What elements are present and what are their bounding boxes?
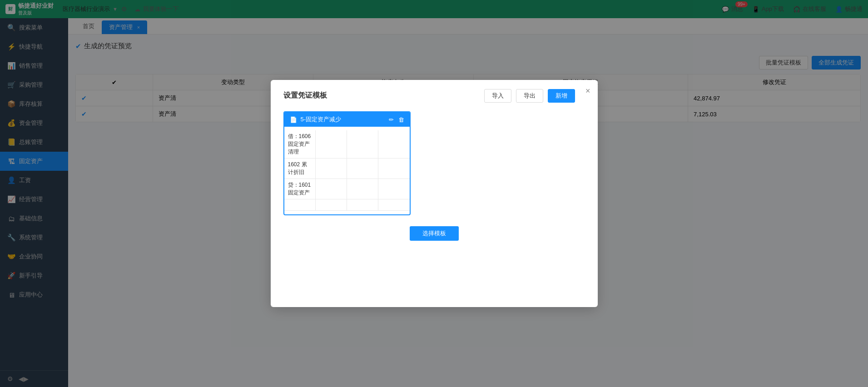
template-row-3 bbox=[284, 199, 410, 211]
import-btn[interactable]: 导入 bbox=[484, 89, 511, 103]
template-name: 5-固定资产减少 bbox=[301, 115, 342, 124]
template-cell-1-col2 bbox=[316, 159, 347, 179]
export-btn[interactable]: 导出 bbox=[516, 89, 543, 103]
template-header-icons: ✏ 🗑 bbox=[389, 116, 404, 123]
template-header: 📄 5-固定资产减少 ✏ 🗑 bbox=[284, 112, 410, 127]
template-cell-2-col4 bbox=[378, 179, 410, 199]
template-cell-1-col1: 1602 累计折旧 bbox=[284, 159, 316, 179]
template-delete-icon[interactable]: 🗑 bbox=[398, 116, 404, 123]
template-cell-2-col1: 贷：1601 固定资产 bbox=[284, 179, 316, 199]
settings-modal: 设置凭证模板 × 导入 导出 新增 📄 5-固定资产减少 ✏ 🗑 借：1606 … bbox=[271, 80, 598, 307]
template-cell-1-col4 bbox=[378, 159, 410, 179]
template-row-2: 贷：1601 固定资产 bbox=[284, 179, 410, 199]
select-template-btn[interactable]: 选择模板 bbox=[410, 226, 459, 241]
template-cell-0-col2 bbox=[316, 130, 347, 158]
template-row-1: 1602 累计折旧 bbox=[284, 159, 410, 179]
modal-actions: 导入 导出 新增 bbox=[484, 89, 575, 103]
template-footer: 选择模板 bbox=[283, 226, 585, 241]
template-cell-0-col1: 借：1606 固定资产清理 bbox=[284, 130, 316, 158]
modal-overlay: 设置凭证模板 × 导入 导出 新增 📄 5-固定资产减少 ✏ 🗑 借：1606 … bbox=[0, 0, 868, 387]
new-btn[interactable]: 新增 bbox=[548, 89, 575, 103]
template-card: 📄 5-固定资产减少 ✏ 🗑 借：1606 固定资产清理 1602 累计折旧贷：… bbox=[283, 111, 411, 215]
template-cell-0-col4 bbox=[378, 130, 410, 158]
template-row-0: 借：1606 固定资产清理 bbox=[284, 130, 410, 159]
template-cell-2-col3 bbox=[347, 179, 378, 199]
template-cell-1-col3 bbox=[347, 159, 378, 179]
template-cell-2-col2 bbox=[316, 179, 347, 199]
template-cell-3-col2 bbox=[316, 199, 347, 210]
modal-close-btn[interactable]: × bbox=[585, 86, 590, 96]
template-body: 借：1606 固定资产清理 1602 累计折旧贷：1601 固定资产 bbox=[284, 127, 410, 214]
template-cell-3-col4 bbox=[378, 199, 410, 210]
template-cell-0-col3 bbox=[347, 130, 378, 158]
template-cell-3-col3 bbox=[347, 199, 378, 210]
template-edit-icon[interactable]: ✏ bbox=[389, 116, 394, 123]
template-cell-3-col1 bbox=[284, 199, 316, 210]
template-doc-icon: 📄 bbox=[290, 116, 297, 123]
